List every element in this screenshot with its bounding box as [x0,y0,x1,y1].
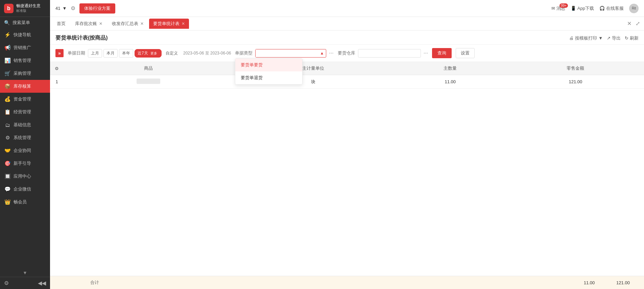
member-icon: 👑 [4,199,11,205]
tab-close-icon[interactable]: ✕ [99,21,102,26]
sidebar-item-quick-nav[interactable]: ⚡ 快捷导航 [0,28,50,41]
custom-date-btn[interactable]: 自定义 [163,49,181,57]
quick-nav-icon: ⚡ [4,32,11,38]
close-all-icon[interactable]: ✕ [626,19,633,28]
tab-home[interactable]: 首页 [53,19,70,29]
app-download-action[interactable]: 📱 App下载 [571,5,594,12]
print-label: 按模板打印 [575,35,597,41]
tab-label: 收发存汇总表 [112,21,138,27]
settings-icon[interactable]: ⚙ [4,280,9,286]
refresh-button[interactable]: ↻ 刷新 [625,35,639,41]
system-icon: ⚙ [4,135,11,141]
sidebar-item-system[interactable]: ⚙ 系统管理 [0,131,50,144]
chevron-down-icon: ▼ [598,36,603,41]
tab-order-stats[interactable]: 要货单统计表 ✕ [149,19,189,29]
product-placeholder [137,79,160,84]
marketing-icon: 📢 [4,45,11,51]
footer-amount: 121.00 [606,280,640,285]
collapse-icon[interactable]: ◀◀ [38,280,46,286]
table-footer: 合计 11.00 121.00 [50,276,644,289]
sidebar-item-member[interactable]: 👑 畅会员 [0,196,50,208]
app-download-label: App下载 [577,5,594,12]
dropdown-item-return[interactable]: 要货单退货 [235,71,302,84]
app-name: 畅捷通好生意 [16,3,41,9]
warehouse-label: 要货仓库 [338,50,355,56]
app-center-icon: 🔲 [4,173,11,179]
filter-expand-button[interactable]: » [55,49,64,57]
query-button[interactable]: 查询 [432,48,452,58]
type-input[interactable] [256,49,318,57]
sidebar-item-label: 企业协同 [14,148,31,154]
search-menu[interactable]: 🔍 搜索菜单 [0,17,50,28]
type-chevron-up-icon[interactable]: ▲ [318,49,326,57]
refresh-icon: ↻ [625,36,628,41]
print-button[interactable]: 🖨 按模板打印 ▼ [569,35,603,41]
sidebar-item-operations[interactable]: 📋 经营管理 [0,106,50,118]
header-gear-icon[interactable]: ⚙ [71,5,75,12]
row-quantity: 11.00 [393,75,507,89]
sidebar-item-label: 资金管理 [14,96,31,102]
purchase-icon: 🛒 [4,70,11,76]
export-button[interactable]: ↗ 导出 [607,35,621,41]
maximize-icon[interactable]: ⤢ [634,19,641,28]
settings-icon: ⚙ [55,66,59,71]
page-header: 要货单统计表(按商品) 🖨 按模板打印 ▼ ↗ 导出 ↻ 刷新 [50,30,644,45]
sidebar-item-purchase[interactable]: 🛒 采购管理 [0,67,50,80]
user-avatar[interactable]: Rit [629,4,639,13]
tab-label: 要货单统计表 [153,21,180,27]
enterprise-icon: 🤝 [4,148,11,154]
date-range: 上月 本月 本年 近7天 更多 自定义 [88,49,181,58]
sidebar-item-label: 新手引导 [14,160,31,166]
type-input-wrapper: ▲ [255,49,326,58]
tab-close-icon[interactable]: ✕ [140,21,144,26]
th-settings[interactable]: ⚙ [50,62,64,75]
settings-button[interactable]: 设置 [456,48,475,58]
inventory-icon: 📦 [4,83,11,89]
sales-icon: 📊 [4,58,11,64]
finance-icon: 💰 [4,96,11,102]
export-icon: ↗ [607,36,611,41]
sidebar-item-wechat[interactable]: 💬 企业微信 [0,183,50,196]
tab-label: 库存批次账 [75,21,97,27]
message-icon: ✉ [551,6,555,11]
messages-action[interactable]: ✉ 消息 99+ [551,5,565,12]
sidebar-item-enterprise[interactable]: 🤝 企业协同 [0,144,50,157]
warehouse-input[interactable] [358,49,421,58]
sidebar-item-marketing[interactable]: 📢 营销推广 [0,41,50,54]
dropdown-item-order[interactable]: 要货单要货 [235,59,302,71]
download-icon: 📱 [571,6,576,11]
row-num: 1 [50,75,64,89]
tab-batch-account[interactable]: 库存批次账 ✕ [71,19,106,29]
th-product: 商品 [64,62,233,75]
trial-button[interactable]: 体验行业方案 [79,3,115,14]
page-title: 要货单统计表(按商品) [55,35,108,42]
footer-label: 合计 [54,280,122,286]
online-service-action[interactable]: 🎧 在线客服 [599,5,624,12]
prev-month-btn[interactable]: 上月 [88,49,102,58]
sidebar-item-label: 畅会员 [14,199,27,205]
sidebar-item-app-center[interactable]: 🔲 应用中心 [0,170,50,183]
more-filters-icon[interactable]: ··· [329,50,333,56]
print-icon: 🖨 [569,36,574,41]
export-label: 导出 [612,35,621,41]
tab-receipts-summary[interactable]: 收发存汇总表 ✕ [108,19,148,29]
curr-month-btn[interactable]: 本月 [103,49,118,58]
sidebar-item-guide[interactable]: 🎯 新手引导 [0,157,50,170]
week7-btn[interactable]: 近7天 更多 [135,49,162,58]
tab-close-icon[interactable]: ✕ [182,21,185,26]
store-selector[interactable]: 41 ▼ [55,6,67,11]
type-dropdown: 要货单要货 要货单退货 [235,58,303,85]
curr-year-btn[interactable]: 本年 [119,49,133,58]
sidebar-item-finance[interactable]: 💰 资金管理 [0,93,50,106]
scroll-down-btn[interactable]: ▼ [0,269,50,277]
logo-area: b 畅捷通好生意 标准版 [0,0,50,17]
sidebar-item-base-info[interactable]: 🗂 基础信息 [0,118,50,131]
warehouse-more-icon[interactable]: ··· [424,50,428,56]
sidebar-item-label: 经营管理 [14,109,31,115]
date-range-text: 2023-05-06 至 2023-06-06 [183,50,231,56]
sidebar-item-inventory[interactable]: 📦 库存核算 [0,80,50,93]
search-label: 搜索菜单 [13,20,30,26]
sidebar-item-sales[interactable]: 📊 销售管理 [0,54,50,67]
warehouse-filter-group: 要货仓库 ··· [338,49,428,58]
sidebar-item-label: 销售管理 [14,58,31,64]
